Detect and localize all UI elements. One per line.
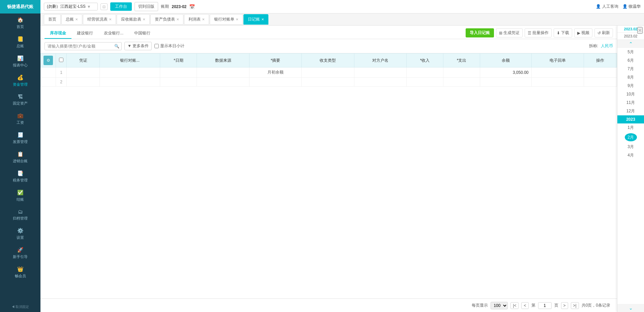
cal-month-6[interactable]: 6月	[617, 56, 644, 65]
archive-icon: 🗂	[18, 209, 23, 215]
subtab-boc[interactable]: 中国银行	[129, 28, 156, 39]
cal-month-10[interactable]: 10月	[617, 90, 644, 98]
tab-assets-close[interactable]: ✕	[176, 18, 179, 21]
switch-old-button[interactable]: 切到旧版	[135, 2, 158, 11]
batch-ops-button[interactable]: ☰ 批量操作	[525, 28, 552, 37]
tab-assets[interactable]: 资产负债表 ✕	[150, 14, 183, 25]
subtotal-checkbox-input[interactable]	[154, 44, 159, 48]
subtab-cash[interactable]: 库存现金	[45, 28, 71, 39]
sidebar-item-tax-mgmt[interactable]: 📑 税务管理	[0, 167, 40, 186]
more-filters-button[interactable]: ▼ 更多条件	[124, 42, 152, 50]
cal-month-feb-selected[interactable]: 2月	[617, 132, 644, 143]
sidebar: 畅捷通易代账 🏠 首页 📒 总账 📊 报表中心 💰 资金管理 🏗 固定资产 💼 …	[0, 0, 40, 312]
subtab-abc[interactable]: 农业银行...	[98, 28, 129, 39]
tab-bank-reconcile[interactable]: 银行对账单 ✕	[210, 14, 243, 25]
search-input[interactable]	[45, 42, 112, 50]
select-all-checkbox[interactable]	[59, 58, 63, 62]
tab-biz-status[interactable]: 经营状况表 ✕	[83, 14, 116, 25]
video-button[interactable]: ▶ 视频	[574, 28, 592, 37]
company-selector[interactable]: (勿删）江西超宝-LSS ▼	[44, 3, 98, 10]
first-page-button[interactable]: |<	[510, 302, 519, 309]
cal-month-apr[interactable]: 4月	[617, 151, 644, 160]
calendar-down-button[interactable]: ⌄	[617, 304, 644, 312]
sidebar-item-fixed-assets[interactable]: 🏗 固定资产	[0, 90, 40, 109]
sidebar-item-invoices[interactable]: 🧾 发票管理	[0, 129, 40, 148]
sidebar-item-settlement[interactable]: ✅ 结账	[0, 186, 40, 205]
journal-table: ⚙ 凭证 银行对账... *日期 数据来源 *摘要 收支类型 对方户名	[40, 53, 617, 87]
invoices-icon: 🧾	[17, 132, 24, 138]
search-icon[interactable]: 🔍	[112, 42, 121, 50]
sidebar-item-salary[interactable]: 💼 工资	[0, 109, 40, 129]
tab-receivable-close[interactable]: ✕	[143, 18, 145, 21]
sidebar-item-ledger[interactable]: 📒 总账	[0, 33, 40, 52]
cal-month-12[interactable]: 12月	[617, 107, 644, 115]
settings-gear-icon[interactable]: ⚙	[43, 56, 53, 65]
cal-month-11[interactable]: 11月	[617, 98, 644, 107]
journal-table-area: ⚙ 凭证 银行对账... *日期 数据来源 *摘要 收支类型 对方户名	[40, 53, 617, 299]
next-page-button[interactable]: >	[561, 302, 568, 309]
tab-profit-close[interactable]: ✕	[202, 18, 205, 21]
col-balance-header: 余额	[480, 54, 531, 67]
copy-company-button[interactable]: □	[100, 3, 108, 10]
sidebar-item-assets-mgmt[interactable]: 💰 资金管理	[0, 71, 40, 90]
company-dropdown-arrow: ▼	[87, 4, 91, 9]
download-button[interactable]: ⬇ 下载	[554, 28, 572, 37]
tab-journal-close[interactable]: ✕	[261, 18, 264, 21]
tab-ledger[interactable]: 总账 ✕	[61, 14, 82, 25]
user-avatar: 👤	[622, 4, 627, 9]
cal-month-5[interactable]: 5月	[617, 48, 644, 56]
sidebar-item-purchase-sales[interactable]: 📋 进销台账	[0, 148, 40, 167]
row1-check: 1	[56, 67, 67, 78]
tab-ledger-close[interactable]: ✕	[75, 18, 78, 21]
calendar-icon[interactable]: 📅	[189, 4, 195, 9]
user-info[interactable]: 👤 徐温华	[622, 4, 641, 9]
show-subtotal-checkbox[interactable]: 显示本日小计	[154, 43, 184, 49]
row1-counterpart	[354, 67, 406, 78]
topbar: (勿删）江西超宝-LSS ▼ □ 工作台 切到旧版 账期 2023-02 📅 👤…	[40, 0, 644, 13]
sidebar-item-guide[interactable]: 🚀 新手引导	[0, 244, 40, 263]
tab-receivable[interactable]: 应收账款表 ✕	[117, 14, 150, 25]
cal-month-jan[interactable]: 1月	[617, 123, 644, 132]
calendar-scroll: 5月 6月 7月 8月 9月 10月 11月 12月 2023 1月 2月 3月…	[617, 48, 644, 304]
sidebar-item-archive[interactable]: 🗂 归档管理	[0, 205, 40, 224]
sidebar-item-home[interactable]: 🏠 首页	[0, 13, 40, 33]
import-journal-button[interactable]: 导入日记账	[466, 28, 494, 37]
refresh-button[interactable]: ↺ 刷新	[594, 28, 613, 37]
col-settings-header[interactable]: ⚙	[41, 54, 56, 67]
sidebar-item-member[interactable]: 👑 畅会员	[0, 263, 40, 282]
calendar-close-button[interactable]: ✕	[637, 27, 643, 34]
unpin-sidebar[interactable]: ◀ 取消固定	[0, 302, 40, 312]
help-text[interactable]: 👤 人工客询	[596, 4, 618, 9]
col-check-header[interactable]	[56, 54, 67, 67]
generate-voucher-button[interactable]: ⊞ 生成凭证	[496, 28, 523, 37]
cal-year-2023[interactable]: 2023	[617, 115, 644, 123]
tab-journal[interactable]: 日记账 ✕	[243, 14, 268, 25]
cal-month-mar[interactable]: 3月	[617, 143, 644, 151]
cal-month-7[interactable]: 7月	[617, 65, 644, 73]
filter-toolbar: 🔍 ▼ 更多条件 显示本日小计 拆称: 人民币	[40, 39, 617, 53]
tab-home[interactable]: 首页	[44, 14, 61, 25]
tab-profit[interactable]: 利润表 ✕	[184, 14, 209, 25]
last-page-button[interactable]: >|	[571, 302, 579, 309]
tab-biz-status-close[interactable]: ✕	[109, 18, 112, 21]
currency-value[interactable]: 人民币	[601, 43, 613, 49]
row2-voucher	[67, 78, 100, 87]
subtab-ccb[interactable]: 建设银行	[71, 28, 98, 39]
cal-month-9[interactable]: 9月	[617, 82, 644, 90]
prev-page-button[interactable]: <	[521, 302, 528, 309]
cal-month-8[interactable]: 8月	[617, 73, 644, 82]
page-number-input[interactable]	[538, 302, 552, 309]
sidebar-item-settings[interactable]: ⚙️ 设置	[0, 224, 40, 244]
reports-icon: 📊	[17, 55, 24, 61]
calendar-up-button[interactable]: ⌃	[617, 40, 644, 48]
period-value: 2023-02	[172, 4, 186, 9]
generate-voucher-icon: ⊞	[499, 31, 502, 35]
page-size-select[interactable]: 100 50 200	[491, 302, 508, 309]
page-suffix: 页	[554, 303, 558, 308]
tab-bank-reconcile-close[interactable]: ✕	[236, 18, 238, 21]
col-summary-header: *摘要	[249, 54, 301, 67]
workbench-button[interactable]: 工作台	[110, 2, 132, 11]
row1-voucher	[67, 67, 100, 78]
sidebar-item-reports[interactable]: 📊 报表中心	[0, 52, 40, 71]
row1-ebill	[531, 67, 584, 78]
